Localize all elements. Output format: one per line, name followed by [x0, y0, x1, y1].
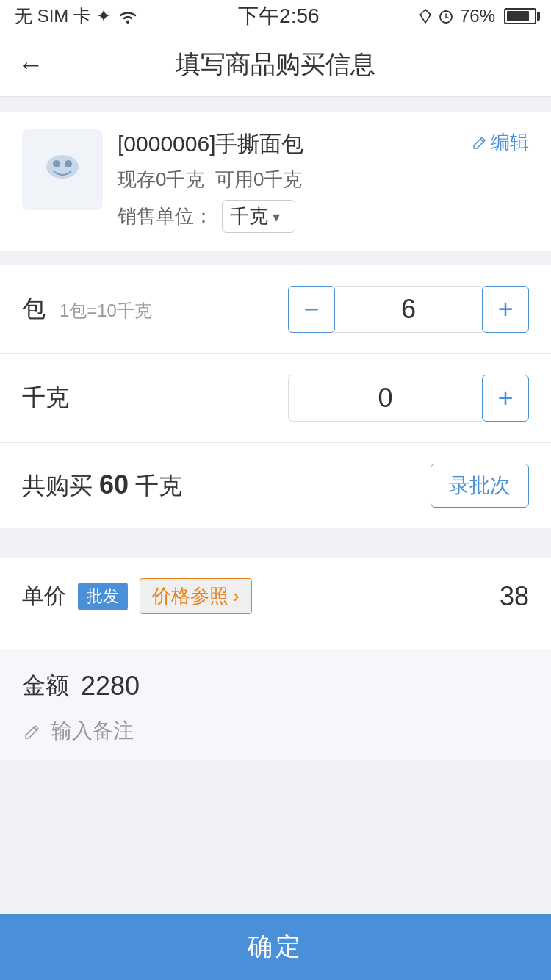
amount-row: 金额 2280 — [22, 670, 529, 702]
svg-point-4 — [65, 160, 72, 167]
kg-row: 千克 + — [0, 354, 551, 442]
edit-label: 编辑 — [491, 129, 529, 155]
price-ref-label: 价格参照 — [152, 583, 228, 609]
section-divider-2 — [0, 528, 551, 543]
pack-hint: 1包=10千克 — [60, 300, 152, 320]
price-ref-button[interactable]: 价格参照 › — [140, 578, 252, 614]
price-label: 单价 — [22, 581, 66, 611]
battery-percent: 76% — [460, 6, 495, 26]
alarm-icon — [438, 8, 454, 24]
amount-value: 2280 — [81, 671, 140, 702]
remark-placeholder: 输入备注 — [51, 717, 134, 745]
amount-label: 金额 — [22, 670, 69, 702]
batch-button[interactable]: 录批次 — [431, 464, 529, 508]
quantity-section: 包 1包=10千克 − + 千克 + 共购买 60 千克 录批次 — [0, 265, 551, 528]
unit-label: 销售单位： — [118, 203, 213, 229]
pack-row: 包 1包=10千克 − + — [0, 265, 551, 354]
summary-row: 共购买 60 千克 录批次 — [0, 442, 551, 528]
kg-plus-button[interactable]: + — [482, 375, 529, 422]
edit-icon — [472, 135, 486, 150]
product-logo-icon — [40, 148, 84, 192]
chevron-right-icon: › — [233, 585, 240, 608]
kg-quantity-input[interactable] — [288, 375, 482, 422]
pack-label: 包 1包=10千克 — [22, 293, 288, 325]
status-bar: 无 SIM 卡 ✦ 下午2:56 76% — [0, 0, 551, 32]
status-time: 下午2:56 — [238, 2, 320, 30]
pencil-icon — [22, 721, 43, 741]
kg-quantity-control: + — [288, 375, 529, 422]
product-thumbnail — [22, 129, 103, 210]
price-row: 单价 批发 价格参照 › 38 — [22, 578, 529, 614]
status-left: 无 SIM 卡 ✦ — [15, 4, 139, 28]
pack-minus-button[interactable]: − — [288, 286, 335, 333]
unit-dropdown[interactable]: 千克 ▾ — [222, 200, 295, 233]
kg-label: 千克 — [22, 382, 288, 414]
price-value: 38 — [500, 581, 529, 612]
summary-text: 共购买 60 千克 — [22, 469, 431, 502]
pack-quantity-input[interactable] — [335, 286, 482, 333]
pack-plus-button[interactable]: + — [482, 286, 529, 333]
pack-quantity-control: − + — [288, 286, 529, 333]
status-right: 76% — [419, 6, 536, 26]
page-title: 填写商品购买信息 — [176, 48, 375, 82]
product-name: [0000006]手撕面包 — [118, 129, 529, 159]
edit-button[interactable]: 编辑 — [472, 129, 529, 155]
wifi-icon — [117, 8, 139, 24]
price-section: 单价 批发 价格参照 › 38 — [0, 558, 551, 649]
amount-section: 金额 2280 输入备注 — [0, 649, 551, 760]
confirm-button[interactable]: 确定 — [0, 914, 551, 980]
summary-total: 60 — [99, 469, 129, 500]
svg-point-3 — [53, 160, 60, 167]
product-stock: 现存0千克 可用0千克 — [118, 167, 529, 192]
nav-bar: ← 填写商品购买信息 — [0, 32, 551, 97]
unit-value: 千克 — [230, 203, 268, 229]
svg-point-0 — [126, 21, 129, 24]
battery-icon — [504, 8, 536, 24]
no-sim-text: 无 SIM 卡 ✦ — [15, 4, 111, 28]
back-button[interactable]: ← — [18, 49, 44, 80]
section-divider-1 — [0, 251, 551, 265]
chevron-down-icon: ▾ — [273, 208, 280, 226]
product-info: [0000006]手撕面包 现存0千克 可用0千克 销售单位： 千克 ▾ — [118, 129, 529, 233]
remark-row[interactable]: 输入备注 — [22, 717, 529, 745]
price-type-tag: 批发 — [78, 583, 128, 610]
product-card: [0000006]手撕面包 现存0千克 可用0千克 销售单位： 千克 ▾ 编辑 — [0, 112, 551, 251]
product-unit-row: 销售单位： 千克 ▾ — [118, 200, 529, 233]
location-icon — [419, 8, 432, 24]
